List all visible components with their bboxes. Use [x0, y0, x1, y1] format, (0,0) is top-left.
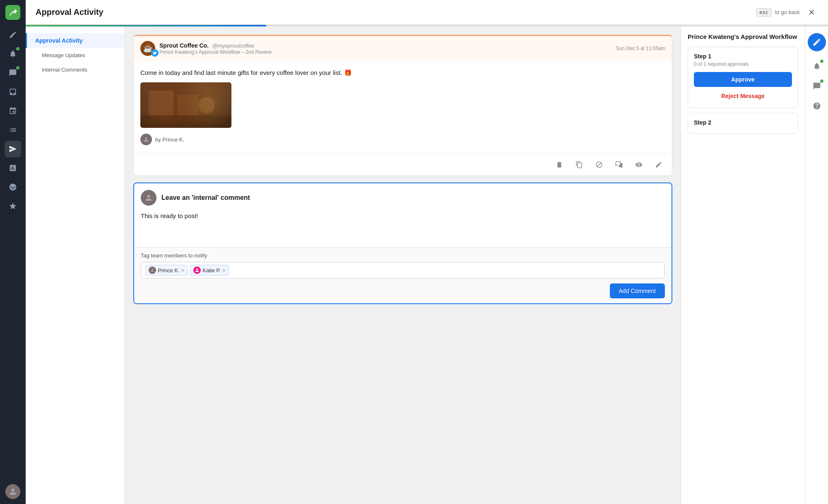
- app-logo[interactable]: [5, 5, 20, 20]
- step-1-card: Step 1 0 of 1 required approvals Approve…: [688, 47, 798, 108]
- nav-internal-comments[interactable]: Internal Comments: [26, 62, 125, 77]
- post-image-inner: [140, 82, 231, 128]
- tag-avatar-katie: [193, 266, 201, 274]
- esc-key: esc: [756, 8, 772, 17]
- post-image: [140, 82, 231, 128]
- tag-chip-prince: Prince K. ×: [145, 265, 188, 276]
- right-sidebar: [805, 26, 828, 504]
- post-card-header: ☕ Sprout Coffee Co. @mysproutcoffee Prin…: [134, 36, 672, 61]
- comment-textarea[interactable]: [134, 212, 672, 245]
- rs-notifications-badge: [820, 60, 823, 63]
- top-bar: Approval Activity esc to go back ✕: [26, 0, 828, 25]
- platform-twitter-icon: [151, 49, 159, 57]
- post-actions: [134, 154, 672, 175]
- post-timestamp: Sun Dec 5 at 11:05am: [616, 46, 665, 51]
- help-rs-icon[interactable]: [809, 98, 825, 114]
- user-avatar[interactable]: [5, 484, 20, 499]
- right-panel: Prince Kwateng's Approval Workflow Step …: [681, 26, 805, 504]
- left-nav: Approval Activity Message Updates Intern…: [26, 26, 125, 504]
- tag-name-katie: Katie P.: [202, 267, 221, 274]
- comment-card: Leave an 'internal' comment Tag team mem…: [133, 182, 672, 304]
- pin-sidebar-icon[interactable]: [5, 103, 21, 119]
- step-1-required: 0 of 1 required approvals: [694, 61, 792, 67]
- tag-avatar-prince: [149, 266, 156, 274]
- svg-rect-4: [140, 115, 231, 128]
- delete-post-icon[interactable]: [553, 158, 566, 171]
- list-sidebar-icon[interactable]: [5, 122, 21, 138]
- reject-button[interactable]: Reject Message: [694, 90, 792, 102]
- comment-label: Leave an 'internal' comment: [161, 194, 250, 202]
- messages-sidebar-icon[interactable]: [5, 65, 21, 81]
- edit-post-icon[interactable]: [652, 158, 665, 171]
- center-content: ☕ Sprout Coffee Co. @mysproutcoffee Prin…: [125, 26, 681, 504]
- tag-label: Tag team members to notify: [141, 252, 665, 259]
- content-area: Approval Activity Message Updates Intern…: [26, 26, 828, 504]
- post-text: Come in today and find last minute gifts…: [140, 69, 665, 77]
- page-title: Approval Activity: [36, 7, 751, 17]
- block-post-icon[interactable]: [592, 158, 606, 171]
- chat-rs-icon[interactable]: [809, 78, 825, 94]
- comment-post-icon[interactable]: [612, 158, 626, 171]
- step-2-card: Step 2: [688, 113, 798, 134]
- rs-chat-badge: [820, 79, 823, 83]
- bot-sidebar-icon[interactable]: [5, 179, 21, 195]
- main-container: Approval Activity esc to go back ✕ Appro…: [26, 0, 828, 504]
- comment-footer: Tag team members to notify Prince K. ×: [134, 247, 672, 303]
- notifications-badge: [16, 47, 19, 50]
- approve-button[interactable]: Approve: [694, 72, 792, 87]
- messages-badge: [16, 66, 19, 70]
- compose-sidebar-icon[interactable]: [5, 26, 21, 43]
- post-account: Sprout Coffee Co. @mysproutcoffee: [159, 42, 612, 49]
- commenter-avatar: [141, 190, 156, 206]
- add-comment-row: Add Comment: [141, 283, 665, 298]
- author-avatar: [140, 134, 152, 145]
- publish-sidebar-icon[interactable]: [5, 141, 21, 157]
- nav-message-updates[interactable]: Message Updates: [26, 48, 125, 62]
- post-meta: Sprout Coffee Co. @mysproutcoffee Prince…: [159, 42, 612, 55]
- compose-rs-button[interactable]: [808, 33, 826, 51]
- esc-hint-text: to go back: [775, 9, 800, 15]
- tag-name-prince: Prince K.: [158, 267, 180, 274]
- copy-post-icon[interactable]: [573, 158, 586, 171]
- tag-remove-prince[interactable]: ×: [181, 268, 185, 273]
- tag-chip-katie: Katie P. ×: [190, 265, 229, 276]
- post-workflow: Prince Kwateng's Approval Workflow – 2nd…: [159, 49, 612, 55]
- author-name: by Prince K.: [155, 137, 184, 143]
- nav-approval-activity[interactable]: Approval Activity: [26, 33, 125, 48]
- notifications-rs-icon[interactable]: [809, 58, 825, 74]
- star-sidebar-icon[interactable]: [5, 198, 21, 214]
- comment-header: Leave an 'internal' comment: [134, 183, 672, 212]
- workflow-title: Prince Kwateng's Approval Workflow: [688, 33, 798, 40]
- analytics-sidebar-icon[interactable]: [5, 160, 21, 176]
- step-2-title: Step 2: [694, 119, 792, 126]
- account-handle: @mysproutcoffee: [212, 43, 254, 49]
- esc-hint: esc to go back: [756, 8, 800, 17]
- inbox-sidebar-icon[interactable]: [5, 84, 21, 100]
- close-button[interactable]: ✕: [805, 6, 818, 19]
- step-1-title: Step 1: [694, 53, 792, 60]
- tag-remove-katie[interactable]: ×: [222, 268, 226, 273]
- post-author: by Prince K.: [140, 134, 665, 145]
- tag-input-area[interactable]: Prince K. × Katie P. ×: [141, 262, 665, 278]
- post-body: Come in today and find last minute gifts…: [134, 61, 672, 154]
- preview-post-icon[interactable]: [632, 158, 645, 171]
- add-comment-button[interactable]: Add Comment: [610, 283, 665, 298]
- account-name: Sprout Coffee Co.: [159, 42, 209, 49]
- left-sidebar: [0, 0, 26, 504]
- post-card: ☕ Sprout Coffee Co. @mysproutcoffee Prin…: [133, 35, 672, 176]
- svg-point-3: [198, 97, 215, 113]
- svg-rect-1: [149, 91, 173, 120]
- notifications-sidebar-icon[interactable]: [5, 46, 21, 62]
